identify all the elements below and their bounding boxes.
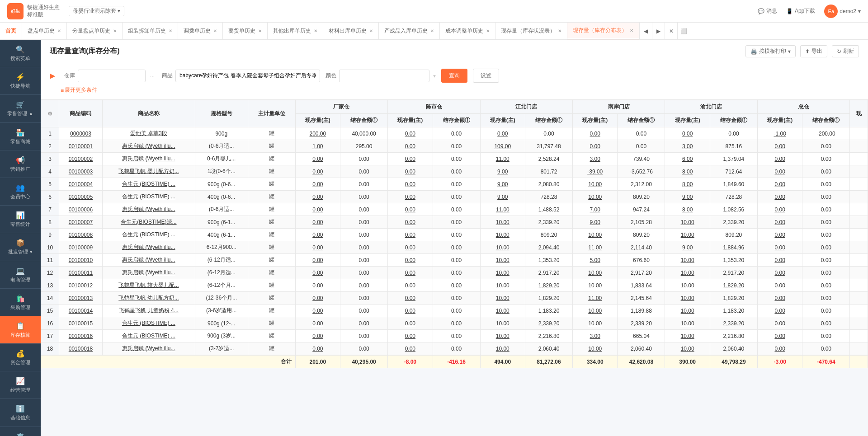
tab-close-chengpin[interactable]: ✕ bbox=[430, 28, 434, 33]
export-btn[interactable]: ⬆ 导出 bbox=[800, 45, 827, 57]
th-current-extra: 现 bbox=[850, 100, 868, 127]
sidebar-item-marketing[interactable]: 📢 营销推广 bbox=[0, 150, 41, 178]
app-download-btn[interactable]: 📱 App下载 bbox=[786, 7, 815, 15]
sidebar-item-retailstat[interactable]: 📊 零售统计 bbox=[0, 206, 41, 233]
tab-xiancunzhuang[interactable]: 现存量（库存状况表） ✕ bbox=[495, 23, 567, 40]
avatar: Ea bbox=[824, 5, 838, 18]
table-row: 900100008合生元 (BIOSTIME) ...400g (6-1...罐… bbox=[41, 229, 868, 241]
sidebar-item-finance[interactable]: 💰 资金管理 bbox=[0, 344, 41, 371]
tab-qitachuku[interactable]: 其他出库单历史 ✕ bbox=[268, 23, 323, 40]
table-row: 1100100010惠氏启赋 (Wyeth illu...(6-12月适...罐… bbox=[41, 254, 868, 267]
ecom-icon: 💻 bbox=[16, 267, 25, 275]
color-input[interactable] bbox=[339, 70, 429, 82]
th-spec: 规格型号 bbox=[195, 100, 248, 127]
th-total-amount: 结存金额① bbox=[802, 114, 850, 127]
sidebar-item-quicknav[interactable]: ⚡ 快捷导航 bbox=[0, 67, 41, 95]
tab-close-yaohuo[interactable]: ✕ bbox=[258, 28, 262, 33]
tab-expand-btn[interactable]: ⬜ bbox=[677, 23, 690, 40]
tab-chengben[interactable]: 成本调整单历史 ✕ bbox=[440, 23, 495, 40]
print-icon: 🖨️ bbox=[750, 48, 757, 55]
tab-chengpin[interactable]: 产成品入库单历史 ✕ bbox=[379, 23, 440, 40]
tab-close-pandian[interactable]: ✕ bbox=[57, 28, 61, 33]
sidebar-item-wholesale[interactable]: 📦 批发管理 ▾ bbox=[0, 233, 41, 261]
table-row: 1000100009惠氏启赋 (Wyeth illu...6-12月900...… bbox=[41, 241, 868, 254]
header-actions: 🖨️ 按模板打印 ▾ ⬆ 导出 ↻ 刷新 bbox=[745, 45, 859, 57]
refresh-btn[interactable]: ↻ 刷新 bbox=[832, 45, 859, 57]
warehouse-search: 仓库 ··· bbox=[64, 70, 156, 82]
warehouse-label: 仓库 bbox=[64, 72, 75, 80]
chevron-down-icon: ▾ bbox=[858, 8, 861, 14]
tab-close-all-btn[interactable]: ✕ bbox=[665, 23, 677, 40]
footer-fc-amount: 40,295.00 bbox=[340, 355, 388, 368]
warehouse-dots-btn[interactable]: ··· bbox=[148, 73, 156, 79]
tab-next-btn[interactable]: ▶ bbox=[652, 23, 665, 40]
tab-prev-btn[interactable]: ◀ bbox=[639, 23, 652, 40]
table-row: 1200100011惠氏启赋 (Wyeth illu...(6-12月适...罐… bbox=[41, 267, 868, 279]
export-icon: ⬆ bbox=[805, 48, 810, 55]
sidebar: 🔍 搜索英单 ⚡ 快捷导航 🛒 零售管理 ▲ 🏪 零售商城 📢 营销推广 👥 会… bbox=[0, 40, 41, 436]
tab-close-xiancunzhuang[interactable]: ✕ bbox=[558, 28, 561, 33]
user-menu[interactable]: Ea demo2 ▾ bbox=[824, 5, 861, 18]
footer-cs-stock: -8.00 bbox=[388, 355, 433, 368]
tab-close-zuzhuan[interactable]: ✕ bbox=[169, 28, 172, 33]
tab-close-clchuku[interactable]: ✕ bbox=[369, 28, 373, 33]
th-jb-amount: 结存金额① bbox=[525, 114, 573, 127]
th-chenshi-warehouse: 陈市仓 bbox=[388, 100, 480, 114]
tab-pandian[interactable]: 盘点单历史 ✕ bbox=[22, 23, 67, 40]
th-yb-stock: 现存量(主) bbox=[665, 114, 710, 127]
th-yubei-store: 渝北门店 bbox=[665, 100, 757, 114]
table-row: 1800100018惠氏启赋 (Wyeth illu...(3-7岁适...罐0… bbox=[41, 342, 868, 356]
sidebar-item-member[interactable]: 👥 会员中心 bbox=[0, 178, 41, 206]
color-dropdown-icon: ▾ bbox=[433, 73, 436, 79]
industry-selector[interactable]: 母婴行业演示陈套 ▾ bbox=[69, 6, 124, 16]
page-header: 现存量查询(库存分布) 🖨️ 按模板打印 ▾ ⬆ 导出 ↻ 刷新 bbox=[41, 40, 868, 63]
tab-clchuku[interactable]: 材料出库单历史 ✕ bbox=[323, 23, 379, 40]
expand-conditions-btn[interactable]: ≡ 展开更多条件 bbox=[61, 86, 859, 94]
inventory-icon: 📋 bbox=[16, 322, 25, 330]
table-row: 400100003飞鹤星飞帆 婴儿配方奶...1段(0-6个...罐0.000.… bbox=[41, 165, 868, 178]
query-btn[interactable]: 查询 bbox=[441, 69, 467, 83]
sidebar-item-inventory[interactable]: 📋 库存核算 bbox=[0, 316, 41, 344]
table-row: 1300100012飞鹤星飞帆 较大婴儿配...(6-12个月...罐0.000… bbox=[41, 279, 868, 292]
collapse-arrow[interactable]: ▶ bbox=[50, 71, 55, 80]
tab-close-diaobo[interactable]: ✕ bbox=[213, 28, 217, 33]
top-right-actions: 💬 消息 📱 App下载 Ea demo2 ▾ bbox=[758, 5, 861, 18]
print-btn[interactable]: 🖨️ 按模板打印 ▾ bbox=[745, 45, 796, 57]
sidebar-item-purchase[interactable]: 🛍️ 采购管理 bbox=[0, 289, 41, 316]
table-settings-icon[interactable]: ⚙ bbox=[46, 109, 55, 118]
th-settings[interactable]: ⚙ bbox=[41, 100, 59, 127]
table-row: 10000003爱他美 卓萃3段900g罐200.0040,000.000.00… bbox=[41, 127, 868, 140]
sidebar-item-mall[interactable]: 🏪 零售商城 bbox=[0, 123, 41, 150]
warehouse-input[interactable] bbox=[78, 70, 146, 82]
table-row: 1500100014飞鹤星飞帆 儿童奶粉 4...(3-6岁适用...罐0.00… bbox=[41, 305, 868, 317]
table-row: 600100005合生元 (BIOSTIME) ...400g (0-6...罐… bbox=[41, 191, 868, 203]
tab-close-xiancunfen[interactable]: ✕ bbox=[630, 28, 633, 33]
search-icon: 🔍 bbox=[16, 45, 25, 54]
tab-home[interactable]: 首页 bbox=[0, 23, 22, 40]
refresh-icon: ↻ bbox=[837, 48, 841, 55]
sidebar-item-ecom[interactable]: 💻 电商管理 bbox=[0, 261, 41, 289]
sidebar-item-sysadmin[interactable]: ⚙️ 系统管理 bbox=[0, 427, 41, 436]
sidebar-item-bizmanage[interactable]: 📈 经营管理 bbox=[0, 371, 41, 399]
content-area: 现存量查询(库存分布) 🖨️ 按模板打印 ▾ ⬆ 导出 ↻ 刷新 bbox=[41, 40, 868, 436]
tab-close-qitachuku[interactable]: ✕ bbox=[314, 28, 317, 33]
sidebar-item-search[interactable]: 🔍 搜索英单 bbox=[0, 40, 41, 67]
tab-fenpandian[interactable]: 分量盘点单历史 ✕ bbox=[67, 23, 123, 40]
tab-diaobo[interactable]: 调拨单历史 ✕ bbox=[178, 23, 223, 40]
footer-row: 合计 201.00 40,295.00 -8.00 -416.16 494.00… bbox=[41, 355, 868, 368]
message-btn[interactable]: 💬 消息 bbox=[758, 7, 777, 15]
footer-yb-stock: 390.00 bbox=[665, 355, 710, 368]
tab-close-chengben[interactable]: ✕ bbox=[486, 28, 490, 33]
tab-close-fenpandian[interactable]: ✕ bbox=[113, 28, 117, 33]
sidebar-item-retail[interactable]: 🛒 零售管理 ▲ bbox=[0, 95, 41, 122]
footer-extra bbox=[850, 355, 868, 368]
th-yb-amount: 结存金额① bbox=[710, 114, 757, 127]
footer-total-stock: -3.00 bbox=[757, 355, 802, 368]
tab-yaohuo[interactable]: 要货单历史 ✕ bbox=[223, 23, 268, 40]
table-wrapper[interactable]: ⚙ 商品编码 商品名称 规格型号 主计量单位 厂家仓 陈市仓 江北门店 南岸门店… bbox=[41, 100, 868, 436]
sidebar-item-baseinfo[interactable]: ℹ️ 基础信息 bbox=[0, 399, 41, 427]
tab-xiancunfen[interactable]: 现存量（库存分布表） ✕ bbox=[567, 23, 639, 40]
product-input[interactable] bbox=[175, 70, 320, 82]
settings-btn[interactable]: 设置 bbox=[473, 69, 499, 83]
tab-zuzhuan[interactable]: 组装拆卸单历史 ✕ bbox=[123, 23, 178, 40]
